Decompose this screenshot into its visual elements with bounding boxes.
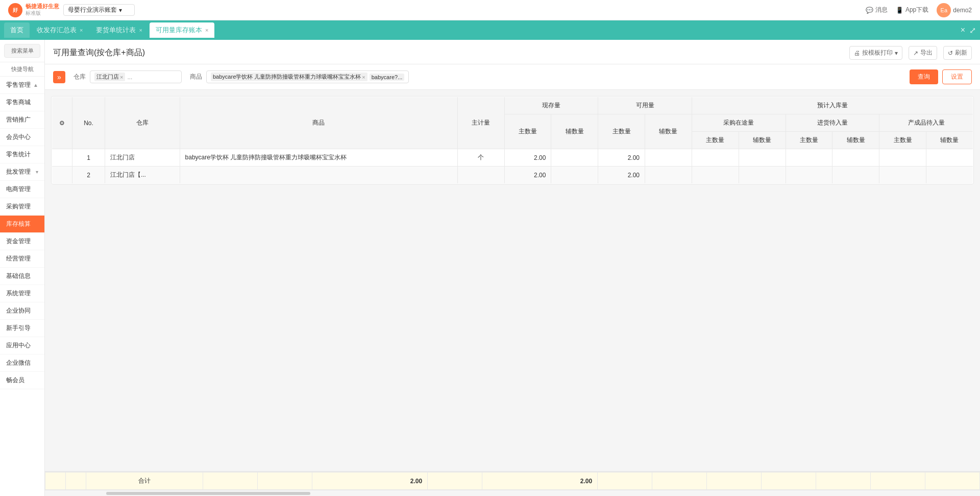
nav-tabs-right: × ⤢ bbox=[961, 26, 976, 35]
warehouse-tag: 江北门店 × bbox=[94, 73, 125, 81]
maximize-btn[interactable]: ⤢ bbox=[969, 26, 976, 35]
print-btn[interactable]: 🖨 按模板打印 ▾ bbox=[849, 46, 902, 60]
sidebar-item-purchase-mgmt[interactable]: 采购管理 bbox=[0, 198, 44, 216]
footer-label: 合计 bbox=[138, 477, 151, 484]
tab-available-inventory[interactable]: 可用量库存账本 × bbox=[150, 22, 214, 38]
goods-aux-cell bbox=[832, 167, 879, 184]
double-arrow-icon: » bbox=[57, 73, 61, 81]
no-cell: 1 bbox=[72, 149, 105, 167]
horizontal-scrollbar[interactable] bbox=[45, 490, 980, 496]
tab-close-btn[interactable]: × bbox=[139, 27, 142, 33]
industry-select[interactable]: 母婴行业演示账套 ▾ bbox=[63, 4, 135, 16]
tab-close-btn[interactable]: × bbox=[80, 27, 83, 33]
quick-nav-btn[interactable]: 快捷导航 bbox=[0, 62, 44, 77]
product-aux-cell bbox=[926, 167, 973, 184]
sidebar-item-member[interactable]: 畅会员 bbox=[0, 372, 44, 389]
purchase-aux-cell bbox=[739, 149, 786, 167]
product-main-cell bbox=[879, 149, 926, 167]
product-tag2: babycare?... bbox=[370, 74, 405, 81]
print-icon: 🖨 bbox=[854, 50, 860, 57]
warehouse-filter-group: 仓库 江北门店 × ... bbox=[74, 70, 182, 83]
expected-group-header: 预计入库量 bbox=[692, 97, 973, 114]
tab-receivables[interactable]: 收发存汇总表 × bbox=[31, 22, 89, 38]
available-aux-header: 辅数量 bbox=[645, 114, 692, 149]
sidebar-item-enterprise-wechat[interactable]: 企业微信 bbox=[0, 355, 44, 372]
sidebar-item-retail-mall[interactable]: 零售商城 bbox=[0, 94, 44, 111]
sidebar-item-basic-info[interactable]: 基础信息 bbox=[0, 268, 44, 285]
stock-aux-cell bbox=[551, 167, 598, 184]
user-area[interactable]: Ea demo2 bbox=[937, 3, 972, 17]
sidebar-item-retail-stats[interactable]: 零售统计 bbox=[0, 146, 44, 163]
sidebar-item-enterprise-coop[interactable]: 企业协同 bbox=[0, 302, 44, 320]
filter-expand-btn[interactable]: » bbox=[53, 71, 65, 83]
warehouse-input[interactable]: 江北门店 × ... bbox=[90, 70, 182, 83]
message-btn[interactable]: 💬 消息 bbox=[866, 6, 888, 14]
logo-area: 好 畅捷通好生意 标准版 bbox=[8, 3, 59, 17]
sidebar-item-member-center[interactable]: 会员中心 bbox=[0, 129, 44, 146]
sidebar-item-new-guide[interactable]: 新手引导 bbox=[0, 320, 44, 337]
query-button[interactable]: 查询 bbox=[910, 69, 938, 84]
export-label: 导出 bbox=[920, 49, 933, 57]
available-main-header: 主数量 bbox=[598, 114, 645, 149]
brand-info: 畅捷通好生意 标准版 bbox=[26, 3, 59, 17]
tab-requisition[interactable]: 要货单统计表 × bbox=[90, 22, 148, 38]
search-menu-btn[interactable]: 搜索菜单 bbox=[4, 44, 40, 58]
product-tag2-value: babycare?... bbox=[372, 74, 403, 80]
stock-group-header: 现存量 bbox=[504, 97, 598, 114]
main-layout: 搜索菜单 快捷导航 零售管理 ▲ 零售商城 营销推广 会员中心 零售统计 批发管… bbox=[0, 40, 980, 496]
refresh-label: 刷新 bbox=[955, 49, 967, 57]
sidebar-item-label: 批发管理 bbox=[6, 168, 31, 176]
purchase-main-cell bbox=[692, 149, 739, 167]
tab-label: 可用量库存账本 bbox=[156, 26, 202, 35]
footer-label-cell: 合计 bbox=[86, 473, 203, 490]
footer-available-aux bbox=[598, 473, 652, 490]
sidebar-item-label: 零售统计 bbox=[6, 150, 31, 159]
product-main-header: 主数量 bbox=[879, 132, 926, 149]
table-wrapper: ⚙ No. 仓库 商品 主计量 现存量 可用量 预计入库量 主数量 辅数量 bbox=[51, 96, 974, 184]
export-btn[interactable]: ↗ 导出 bbox=[909, 46, 937, 60]
footer-table: 合计 2.00 2.00 bbox=[45, 472, 980, 490]
sidebar-item-retail-mgmt[interactable]: 零售管理 ▲ bbox=[0, 77, 44, 94]
scrollbar-thumb[interactable] bbox=[106, 492, 310, 495]
purchase-aux-cell bbox=[739, 167, 786, 184]
tab-home[interactable]: 首页 bbox=[4, 22, 30, 38]
close-all-btn[interactable]: × bbox=[961, 26, 965, 35]
sidebar-item-label: 电商管理 bbox=[6, 185, 31, 194]
sidebar-item-marketing[interactable]: 营销推广 bbox=[0, 111, 44, 129]
product-input[interactable]: babycare学饮杯 儿童防摔防撞吸管杯重力球吸嘴杯宝宝水杯 × babyca… bbox=[206, 70, 409, 83]
sidebar-item-system-mgmt[interactable]: 系统管理 bbox=[0, 285, 44, 302]
nav-tabs: 首页 收发存汇总表 × 要货单统计表 × 可用量库存账本 × × ⤢ bbox=[0, 20, 980, 40]
tab-close-btn[interactable]: × bbox=[205, 27, 208, 33]
sidebar-item-label: 营销推广 bbox=[6, 115, 31, 124]
sidebar-item-finance-mgmt[interactable]: 资金管理 bbox=[0, 233, 44, 250]
app-download-btn[interactable]: 📱 App下载 bbox=[896, 6, 928, 14]
goods-main-cell bbox=[786, 167, 832, 184]
chevron-up-icon: ▲ bbox=[33, 82, 38, 88]
refresh-btn[interactable]: ↺ 刷新 bbox=[943, 46, 972, 60]
page-header: 可用量查询(按仓库+商品) 🖨 按模板打印 ▾ ↗ 导出 ↺ 刷新 bbox=[45, 40, 980, 64]
goods-main-header: 主数量 bbox=[786, 132, 832, 149]
sidebar-item-label: 零售商城 bbox=[6, 98, 31, 107]
sidebar-item-label: 系统管理 bbox=[6, 289, 31, 298]
warehouse-remove-btn[interactable]: × bbox=[120, 74, 123, 80]
industry-label: 母婴行业演示账套 bbox=[68, 6, 117, 14]
dropdown-icon: ▾ bbox=[119, 7, 122, 14]
sidebar-item-app-center[interactable]: 应用中心 bbox=[0, 337, 44, 355]
stock-aux-header: 辅数量 bbox=[551, 114, 598, 149]
sidebar-item-wholesale-mgmt[interactable]: 批发管理 ▾ bbox=[0, 163, 44, 181]
product-col-header: 商品 bbox=[180, 97, 457, 149]
warehouse-more-btn[interactable]: ... bbox=[127, 74, 132, 81]
available-main-cell: 2.00 bbox=[598, 149, 645, 167]
main-unit-col-header: 主计量 bbox=[457, 97, 504, 149]
product-remove-btn1[interactable]: × bbox=[362, 74, 365, 80]
setting-button[interactable]: 设置 bbox=[942, 69, 972, 84]
settings-col-header: ⚙ bbox=[52, 97, 72, 149]
available-main-cell: 2.00 bbox=[598, 167, 645, 184]
available-group-header: 可用量 bbox=[598, 97, 692, 114]
data-table: ⚙ No. 仓库 商品 主计量 现存量 可用量 预计入库量 主数量 辅数量 bbox=[52, 97, 973, 184]
footer-product-cell bbox=[203, 473, 258, 490]
footer-empty2 bbox=[66, 473, 86, 490]
sidebar-item-inventory-mgmt[interactable]: 库存核算 bbox=[0, 216, 44, 233]
sidebar-item-ecom-mgmt[interactable]: 电商管理 bbox=[0, 181, 44, 198]
sidebar-item-ops-mgmt[interactable]: 经营管理 bbox=[0, 250, 44, 268]
